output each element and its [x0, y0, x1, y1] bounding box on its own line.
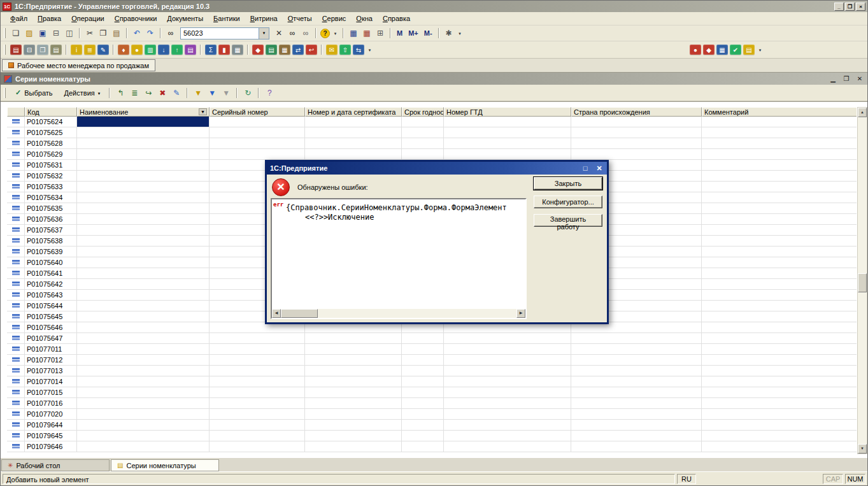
cell-gtd-number[interactable] — [444, 355, 571, 366]
cell-name[interactable] — [77, 192, 210, 203]
cell-code[interactable]: Р01079645 — [25, 431, 77, 441]
print-preview-icon[interactable]: ◫ — [64, 28, 75, 38]
cell-serial-number[interactable] — [210, 138, 305, 149]
menu-bantiki[interactable]: Бантики — [209, 13, 245, 24]
cell-country[interactable] — [571, 149, 702, 160]
cell-name[interactable] — [77, 268, 210, 279]
cell-code[interactable]: Р01075631 — [25, 160, 77, 171]
cell-serial-number[interactable] — [210, 127, 305, 138]
table-row[interactable]: Р01079645 — [7, 431, 857, 441]
vertical-scrollbar[interactable]: ▲ ▼ — [857, 107, 867, 454]
board-icon[interactable]: ▦ — [348, 28, 359, 38]
clear-filter-icon[interactable]: ▼ — [220, 88, 232, 98]
cell-expiry[interactable] — [402, 366, 444, 376]
undo-icon[interactable]: ↶ — [131, 28, 143, 38]
journal-icon[interactable]: ▦ — [232, 45, 243, 55]
cell-expiry[interactable] — [402, 117, 444, 127]
cell-name[interactable] — [77, 257, 210, 268]
cell-comment[interactable] — [702, 409, 857, 420]
cell-comment[interactable] — [702, 257, 857, 268]
mdi-window-titlebar[interactable]: Серии номенклатуры ▁ ❐ ✕ — [1, 73, 867, 85]
cell-name[interactable] — [77, 160, 210, 171]
cell-serial-number[interactable] — [210, 344, 305, 355]
cell-comment[interactable] — [702, 431, 857, 441]
mdi-close-icon[interactable]: ✕ — [855, 75, 864, 82]
cell-comment[interactable] — [702, 279, 857, 290]
cell-code[interactable]: Р01075628 — [25, 138, 77, 149]
cell-name[interactable] — [77, 322, 210, 333]
edit-item-icon[interactable]: ✎ — [171, 88, 182, 98]
scroll-right-icon[interactable]: ▶ — [516, 309, 525, 318]
cell-code[interactable]: Р01075637 — [25, 225, 77, 236]
cell-expiry[interactable] — [402, 138, 444, 149]
cell-gtd-number[interactable] — [444, 366, 571, 376]
cell-name[interactable] — [77, 236, 210, 247]
structure-icon[interactable]: ≣ — [84, 45, 96, 55]
cell-code[interactable]: Р01075640 — [25, 257, 77, 268]
cell-code[interactable]: Р01075647 — [25, 333, 77, 344]
cell-gtd-number[interactable] — [444, 441, 571, 452]
cell-serial-number[interactable] — [210, 420, 305, 431]
scroll-down-icon[interactable]: ▼ — [858, 444, 867, 454]
cell-serial-number[interactable] — [210, 149, 305, 160]
cell-comment[interactable] — [702, 192, 857, 203]
cell-certificate[interactable] — [305, 138, 402, 149]
find-icon[interactable]: ∞ — [165, 28, 176, 38]
dialog-close-icon[interactable]: ✕ — [595, 164, 604, 173]
cell-expiry[interactable] — [402, 344, 444, 355]
cell-name[interactable] — [77, 279, 210, 290]
cell-country[interactable] — [571, 441, 702, 452]
menu-vitrina[interactable]: Витрина — [246, 13, 282, 24]
scrollbar-track[interactable] — [858, 117, 867, 444]
cell-comment[interactable] — [702, 171, 857, 182]
cell-certificate[interactable] — [305, 127, 402, 138]
cell-code[interactable]: Р01075639 — [25, 247, 77, 257]
cell-name[interactable] — [77, 420, 210, 431]
paste-icon[interactable]: ▤ — [111, 28, 122, 38]
cell-gtd-number[interactable] — [444, 344, 571, 355]
cell-name[interactable] — [77, 149, 210, 160]
filter-by-value-icon[interactable]: ▼ — [206, 88, 218, 98]
menu-service[interactable]: Сервис — [318, 13, 351, 24]
mail-icon[interactable]: ✉ — [326, 45, 338, 55]
cell-code[interactable]: Р01077011 — [25, 344, 77, 355]
scrollbar-thumb[interactable] — [858, 273, 867, 292]
clear-find-icon[interactable]: ✕ — [273, 28, 285, 38]
cell-name[interactable] — [77, 398, 210, 409]
cell-comment[interactable] — [702, 376, 857, 387]
table-row[interactable]: Р01077016 — [7, 398, 857, 409]
cell-code[interactable]: Р01075625 — [25, 127, 77, 138]
column-header[interactable]: Серийный номер — [210, 107, 305, 117]
column-header[interactable]: Срок годнос... — [402, 107, 444, 117]
combo-dropdown-icon[interactable]: ▾ — [259, 28, 269, 39]
cell-comment[interactable] — [702, 387, 857, 398]
table-row[interactable]: Р01075628 — [7, 138, 857, 149]
cell-gtd-number[interactable] — [444, 333, 571, 344]
select-button[interactable]: ✓ Выбрать — [11, 87, 57, 99]
close-error-button[interactable]: Закрыть — [534, 177, 602, 190]
cell-comment[interactable] — [702, 290, 857, 301]
cell-expiry[interactable] — [402, 355, 444, 366]
mdi-minimize-icon[interactable]: ▁ — [829, 75, 837, 82]
copy-icon[interactable]: ❐ — [97, 28, 109, 38]
find-input[interactable] — [181, 29, 259, 37]
cell-certificate[interactable] — [305, 431, 402, 441]
cell-country[interactable] — [571, 376, 702, 387]
cell-expiry[interactable] — [402, 441, 444, 452]
cell-country[interactable] — [571, 333, 702, 344]
nomenclature-icon[interactable]: ▤ — [266, 45, 277, 55]
return-icon[interactable]: ↩ — [306, 45, 317, 55]
cell-comment[interactable] — [702, 398, 857, 409]
table-row[interactable]: Р01075625 — [7, 127, 857, 138]
cell-name[interactable] — [77, 431, 210, 441]
table-row[interactable]: Р01075624 — [7, 117, 857, 127]
column-header[interactable]: Код — [25, 107, 77, 117]
cell-gtd-number[interactable] — [444, 117, 571, 127]
cell-code[interactable]: Р01079646 — [25, 441, 77, 452]
cell-comment[interactable] — [702, 311, 857, 322]
cell-certificate[interactable] — [305, 149, 402, 160]
cell-country[interactable] — [571, 355, 702, 366]
column-header[interactable]: Страна происхождения — [571, 107, 702, 117]
cell-gtd-number[interactable] — [444, 420, 571, 431]
warehouse-icon[interactable]: ▦ — [279, 45, 290, 55]
